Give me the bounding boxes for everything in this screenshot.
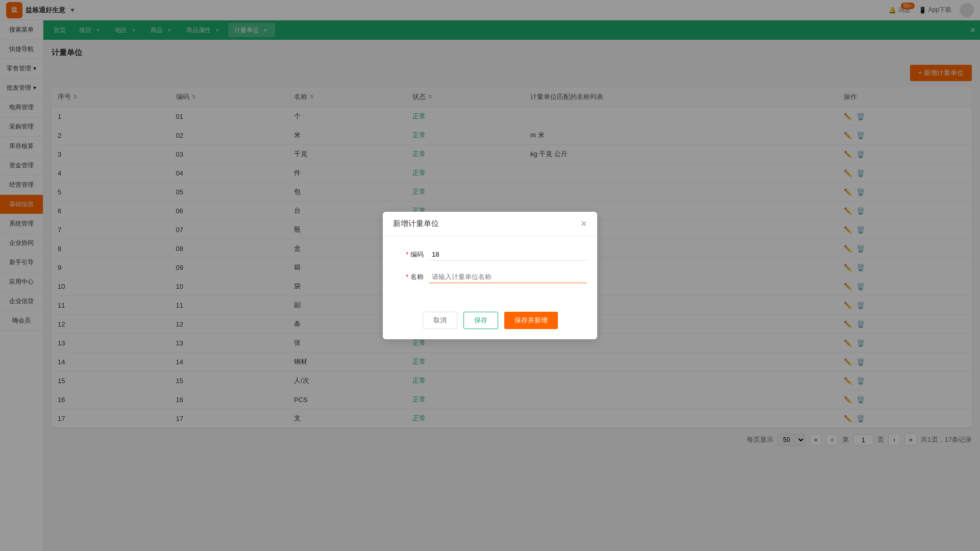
modal-close-button[interactable]: ✕ (580, 219, 587, 229)
modal-header: 新增计量单位 ✕ (383, 212, 597, 236)
code-required-star: * (406, 251, 408, 258)
modal-body: * 编码 * 名称 (383, 236, 597, 306)
cancel-button[interactable]: 取消 (423, 312, 457, 329)
save-button[interactable]: 保存 (463, 312, 498, 329)
name-label: * 名称 (393, 272, 424, 282)
form-row-name: * 名称 (393, 271, 587, 283)
name-label-text: 名称 (410, 273, 424, 281)
code-label: * 编码 (393, 250, 424, 259)
modal-dialog: 新增计量单位 ✕ * 编码 * 名称 取消 保存 保存并新增 (383, 212, 597, 339)
form-row-code: * 编码 (393, 248, 587, 261)
name-input[interactable] (429, 271, 587, 283)
code-input[interactable] (429, 248, 587, 261)
modal-footer: 取消 保存 保存并新增 (383, 306, 597, 339)
save-add-button[interactable]: 保存并新增 (504, 312, 558, 329)
code-label-text: 编码 (410, 251, 424, 258)
modal-title: 新增计量单位 (393, 219, 439, 229)
name-required-star: * (406, 273, 408, 281)
modal-overlay: 新增计量单位 ✕ * 编码 * 名称 取消 保存 保存并新增 (0, 0, 980, 551)
